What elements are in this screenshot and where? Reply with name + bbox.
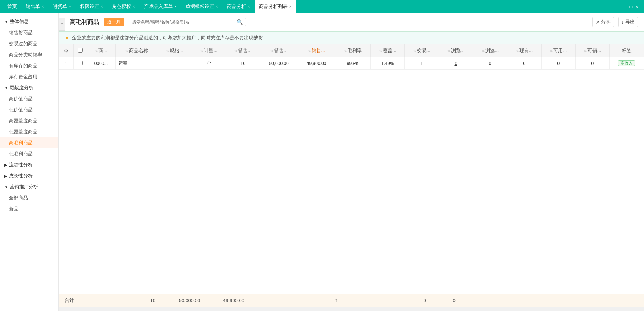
col-current-stock[interactable]: ⇅ 现有... [507, 44, 542, 57]
export-icon: ↓ [622, 19, 624, 25]
col-sales-count[interactable]: ⇅ 销售... [226, 44, 260, 57]
footer-sales-cost: 49,900.00 [212, 298, 256, 303]
col-spec[interactable]: ⇅ 规格... [158, 44, 192, 57]
sidebar-item-sales-goods[interactable]: 销售货商品 [0, 27, 58, 38]
chevron-down-icon-2: ▼ [4, 86, 8, 90]
nav-product-inbound[interactable]: 产成品入库单 × [140, 0, 181, 13]
tip-text: 企业的主要的利润都是这部分商品创造的，可考虑加大推广，同时关注库存是不要出现缺货 [72, 35, 263, 41]
search-icon[interactable]: 🔍 [237, 19, 243, 25]
search-input[interactable] [132, 19, 237, 25]
footer-available: 0 [439, 298, 469, 303]
nav-purchase-close[interactable]: × [69, 4, 71, 9]
nav-product-analysis[interactable]: 商品分析 × [223, 0, 255, 13]
share-button[interactable]: ↗ 分享 [592, 17, 614, 27]
settings-icon[interactable]: ⚙ [64, 48, 68, 54]
col-tag[interactable]: 标签 [609, 44, 644, 57]
col-saleable[interactable]: ⇅ 可销... [575, 44, 609, 57]
content-header: 高毛利商品 近一月 🔍 ↗ 分享 ↓ 导出 [59, 13, 644, 31]
nav-product-inbound-label: 产成品入库单 [144, 3, 173, 10]
sidebar-group-trend[interactable]: ▶ 流趋性分析 [0, 159, 58, 170]
sidebar-group-overall[interactable]: ▼ 整体信息 [0, 16, 58, 27]
nav-permissions-label: 权限设置 [80, 3, 99, 10]
horizontal-scrollbar[interactable] [59, 307, 644, 311]
footer-view1 [351, 298, 381, 303]
col-available[interactable]: ⇅ 可用... [541, 44, 575, 57]
chevron-right-icon: ▶ [4, 163, 7, 167]
col-view1[interactable]: ⇅ 浏览... [439, 44, 473, 57]
sidebar-item-all-goods[interactable]: 全部商品 [0, 192, 58, 203]
sidebar-group-marketing[interactable]: ▼ 营销推广分析 [0, 181, 58, 192]
sidebar-item-high-margin[interactable]: 高毛利商品 [0, 137, 58, 148]
nav-roles-close[interactable]: × [133, 4, 135, 9]
nav-permissions[interactable]: 权限设置 × [76, 0, 108, 13]
col-sales-amount[interactable]: ⇅ 销售... [260, 44, 298, 57]
nav-purchase[interactable]: 进货单 × [48, 0, 76, 13]
nav-product-analysis-label: 商品分析 [227, 3, 246, 10]
col-coverage[interactable]: ⇅ 覆盖... [371, 44, 405, 57]
cell-saleable: 0 [575, 57, 609, 70]
sidebar-item-in-stock[interactable]: 有库存的商品 [0, 60, 58, 71]
row-checkbox-0[interactable] [78, 61, 83, 65]
footer-label: 合计: [65, 297, 138, 304]
content-area: « 高毛利商品 近一月 🔍 ↗ 分享 ↓ 导出 ✦ 企业的主要的利润都是这部分商… [59, 13, 644, 311]
nav-sales-label: 销售单 [26, 3, 40, 10]
sort-icon-unit: ⇅ [200, 49, 203, 53]
minimize-icon[interactable]: ─ [623, 4, 626, 10]
nav-roles[interactable]: 角色授权 × [108, 0, 140, 13]
filter-recent-month-button[interactable]: 近一月 [104, 18, 124, 26]
col-name[interactable]: ⇅ 商品名称 [115, 44, 158, 57]
col-code[interactable]: ⇅ 商... [87, 44, 115, 57]
nav-sales[interactable]: 销售单 × [21, 0, 48, 13]
cell-checkbox[interactable] [73, 57, 87, 70]
window-controls[interactable]: ─ □ × [620, 4, 641, 10]
sidebar-item-high-value[interactable]: 高价值商品 [0, 93, 58, 104]
footer-total-bar: 合计: 10 50,000.00 49,900.00 1 0 0 [59, 294, 644, 307]
cell-view1[interactable]: 0 [439, 57, 473, 70]
footer-current-stock: 0 [410, 298, 439, 303]
sidebar-item-low-margin[interactable]: 低毛利商品 [0, 148, 58, 159]
col-transaction[interactable]: ⇅ 交易... [405, 44, 439, 57]
footer-sales-amount: 50,000.00 [168, 298, 212, 303]
cell-view2: 0 [473, 57, 507, 70]
select-all-checkbox[interactable] [78, 48, 83, 53]
sidebar-item-high-coverage[interactable]: 高覆盖度商品 [0, 115, 58, 126]
sidebar-item-low-coverage[interactable]: 低覆盖度商品 [0, 126, 58, 137]
maximize-icon[interactable]: □ [630, 4, 633, 10]
footer-coverage [292, 298, 322, 303]
nav-permissions-close[interactable]: × [101, 4, 103, 9]
sidebar-item-category-rate[interactable]: 商品分类助销率 [0, 49, 58, 60]
footer-values: 10 50,000.00 49,900.00 1 0 0 [138, 298, 638, 303]
close-window-icon[interactable]: × [635, 4, 638, 10]
sidebar-group-growth[interactable]: ▶ 成长性分析 [0, 170, 58, 181]
footer-gross-margin [256, 298, 292, 303]
sort-icon-coverage: ⇅ [379, 49, 382, 53]
cell-current-stock: 0 [507, 57, 542, 70]
cell-name: 运费 [115, 57, 158, 70]
nav-product-analysis-list-close[interactable]: × [289, 4, 292, 9]
col-gross-margin[interactable]: ⇅ 毛利率 [335, 44, 371, 57]
nav-product-inbound-close[interactable]: × [174, 4, 177, 9]
col-view2[interactable]: ⇅ 浏览... [473, 44, 507, 57]
sort-icon-saleable: ⇅ [584, 49, 587, 53]
nav-template-settings[interactable]: 单据模板设置 × [181, 0, 223, 13]
nav-sales-close[interactable]: × [42, 4, 44, 9]
search-box: 🔍 [129, 18, 246, 26]
col-sales-cost[interactable]: ⇅ 销售... [298, 44, 335, 57]
sidebar-item-new-goods[interactable]: 新品 [0, 203, 58, 214]
sidebar-group-contribution[interactable]: ▼ 贡献度分析 [0, 82, 58, 93]
sidebar: ▼ 整体信息 销售货商品 交易过的商品 商品分类助销率 有库存的商品 库存资金占… [0, 13, 59, 311]
cell-spec [158, 57, 192, 70]
nav-product-analysis-list[interactable]: 商品分析列表 × [255, 0, 296, 13]
sort-icon-sales-count: ⇅ [234, 49, 237, 53]
col-unit[interactable]: ⇅ 计量... [192, 44, 226, 57]
sidebar-item-traded-goods[interactable]: 交易过的商品 [0, 38, 58, 49]
nav-home[interactable]: 首页 [3, 0, 21, 13]
export-button[interactable]: ↓ 导出 [618, 17, 638, 27]
nav-purchase-label: 进货单 [53, 3, 67, 10]
sidebar-item-stock-capital[interactable]: 库存资金占用 [0, 71, 58, 82]
sidebar-item-low-value[interactable]: 低价值商品 [0, 104, 58, 115]
top-navigation: 首页 销售单 × 进货单 × 权限设置 × 角色授权 × 产成品入库单 × 单据… [0, 0, 644, 13]
nav-product-analysis-close[interactable]: × [248, 4, 250, 9]
nav-template-settings-close[interactable]: × [216, 4, 218, 9]
collapse-sidebar-button[interactable]: « [59, 18, 65, 31]
